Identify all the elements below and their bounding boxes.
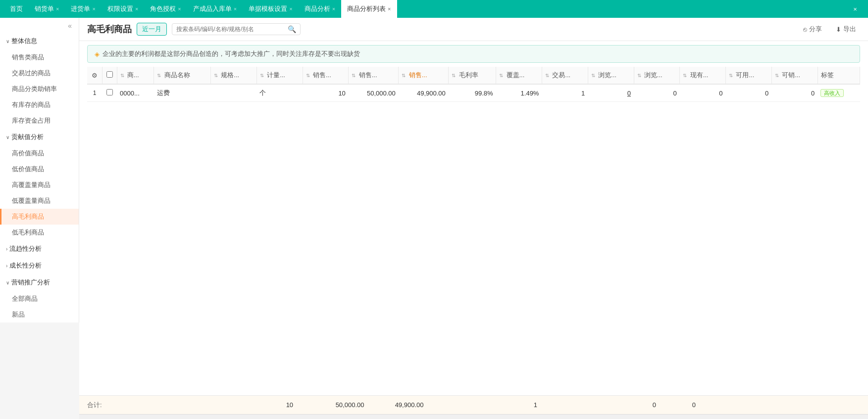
cell-check[interactable] <box>102 84 117 102</box>
col-header-check[interactable] <box>102 67 117 84</box>
sidebar-item-traded-goods[interactable]: 交易过的商品 <box>0 65 79 81</box>
export-icon: ⬇ <box>836 26 841 33</box>
sidebar-section-trend[interactable]: › 流趋性分析 <box>0 240 79 257</box>
footer-sale-amt: 50,000.00 <box>336 401 375 409</box>
content-area: 高毛利商品 近一月 🔍 ⎋ 分享 ⬇ 导出 ◈ 企业的主 <box>79 18 868 419</box>
nav-close-product-analysis[interactable]: × <box>332 6 335 12</box>
cell-trade-count: 1 <box>542 84 588 102</box>
sidebar-section-marketing-items: 全部商品 新品 <box>0 291 79 323</box>
share-button[interactable]: ⎋ 分享 <box>799 23 826 36</box>
cell-current-stock: 0 <box>680 84 726 102</box>
sidebar-section-overall-items: 销售类商品 交易过的商品 商品分类助销率 有库存的商品 库存资金占用 <box>0 49 79 129</box>
nav-close-sales-order[interactable]: × <box>56 6 59 12</box>
table-footer: 合计: 10 50,000.00 49,900.00 1 0 0 <box>79 395 868 414</box>
section-arrow-overall: ∨ <box>6 39 9 44</box>
data-table: ⚙ ⇅ 商... ⇅ 商品名称 <box>87 67 860 102</box>
cell-unit: 个 <box>256 84 303 102</box>
nav-sales-order[interactable]: 销货单 × <box>29 0 65 18</box>
sidebar-section-contribution-items: 高价值商品 低价值商品 高覆盖量商品 低覆盖量商品 高毛利商品 低毛利商品 <box>0 145 79 240</box>
sidebar-item-low-value[interactable]: 低价值商品 <box>0 161 79 177</box>
sidebar-collapse-button[interactable]: « <box>65 21 75 31</box>
footer-current-stock: 0 <box>653 401 672 409</box>
cell-browse-count: 0 <box>588 84 634 102</box>
nav-home[interactable]: 首页 <box>4 0 29 18</box>
section-arrow-trend: › <box>6 246 7 252</box>
sidebar-item-low-coverage[interactable]: 低覆盖量商品 <box>0 193 79 209</box>
cell-browse-rate: 0 <box>634 84 680 102</box>
sidebar-item-low-margin[interactable]: 低毛利商品 <box>0 225 79 240</box>
table-body: 1 0000... 运费 <box>87 84 860 102</box>
select-all-checkbox[interactable] <box>106 71 113 78</box>
sidebar-section-marketing[interactable]: ∨ 营销推广分析 <box>0 274 79 291</box>
footer-sale-qty: 10 <box>286 401 316 409</box>
sidebar-section-overall[interactable]: ∨ 整体信息 <box>0 33 79 49</box>
col-header-sale-qty: ⇅ 销售... <box>303 67 349 84</box>
col-header-settings[interactable]: ⚙ <box>87 67 102 84</box>
col-header-gross-rate: ⇅ 毛利率 <box>449 67 496 84</box>
nav-template-settings[interactable]: 单据模板设置 × <box>243 0 298 18</box>
nav-product-analysis-list[interactable]: 商品分析列表 × <box>341 0 397 18</box>
cell-sale-amt: 50,000.00 <box>349 84 399 102</box>
top-navigation: 首页 销货单 × 进货单 × 权限设置 × 角色授权 × 产成品入库单 × 单据… <box>0 0 868 18</box>
export-button[interactable]: ⬇ 导出 <box>832 23 860 36</box>
sidebar-item-in-stock-goods[interactable]: 有库存的商品 <box>0 97 79 113</box>
sidebar-wrapper: « ∨ 整体信息 销售类商品 交易过的商品 商品分类助销率 有库存的商品 库存资… <box>0 18 79 419</box>
content-header: 高毛利商品 近一月 🔍 ⎋ 分享 ⬇ 导出 <box>79 18 868 41</box>
col-header-sale-profit: ⇅ 销售... <box>399 67 449 84</box>
sidebar-section-growth[interactable]: › 成长性分析 <box>0 257 79 274</box>
cell-gross-rate: 99.8% <box>449 84 496 102</box>
window-close-button[interactable]: × <box>846 0 864 18</box>
footer-avail-stock: 0 <box>692 401 712 409</box>
nav-product-inbound[interactable]: 产成品入库单 × <box>187 0 243 18</box>
sidebar-item-stock-funds[interactable]: 库存资金占用 <box>0 113 79 129</box>
cell-num: 1 <box>87 84 102 102</box>
cell-coverage: 1.49% <box>496 84 542 102</box>
cell-code: 0000... <box>117 84 154 102</box>
col-header-tag: 标签 <box>817 67 860 84</box>
nav-close-product-inbound[interactable]: × <box>234 6 237 12</box>
sidebar-item-high-value[interactable]: 高价值商品 <box>0 145 79 161</box>
cell-sale-profit: 49,900.00 <box>399 84 449 102</box>
sidebar-section-contribution[interactable]: ∨ 贡献值分析 <box>0 129 79 145</box>
footer-sale-profit: 49,900.00 <box>395 401 435 409</box>
cell-sale-qty: 10 <box>303 84 349 102</box>
table-container[interactable]: ⚙ ⇅ 商... ⇅ 商品名称 <box>79 67 868 395</box>
nav-permission-settings[interactable]: 权限设置 × <box>102 0 144 18</box>
table-row: 1 0000... 运费 <box>87 84 860 102</box>
bottom-scrollbar[interactable] <box>79 414 868 419</box>
sidebar-item-category-rate[interactable]: 商品分类助销率 <box>0 81 79 97</box>
sidebar-item-all-goods[interactable]: 全部商品 <box>0 291 79 307</box>
nav-product-analysis[interactable]: 商品分析 × <box>299 0 341 18</box>
section-arrow-growth: › <box>6 263 7 269</box>
sidebar-item-high-coverage[interactable]: 高覆盖量商品 <box>0 177 79 193</box>
section-arrow-contribution: ∨ <box>6 135 9 140</box>
nav-close-product-analysis-list[interactable]: × <box>388 6 391 12</box>
col-header-avail-stock: ⇅ 可用... <box>726 67 772 84</box>
nav-close-purchase-order[interactable]: × <box>92 6 95 12</box>
search-input[interactable] <box>176 26 288 33</box>
cell-saleable-stock: 0 <box>771 84 817 102</box>
info-bar: ◈ 企业的主要的利润都是这部分商品创造的，可考虑加大推广，同时关注库存是不要出现… <box>87 45 860 63</box>
sidebar-item-high-margin[interactable]: 高毛利商品 <box>0 209 79 225</box>
sidebar-item-sales-goods[interactable]: 销售类商品 <box>0 49 79 65</box>
nav-close-permission-settings[interactable]: × <box>135 6 138 12</box>
col-header-saleable-stock: ⇅ 可销... <box>771 67 817 84</box>
nav-close-template-settings[interactable]: × <box>289 6 292 12</box>
cell-name: 运费 <box>154 84 211 102</box>
nav-role-auth[interactable]: 角色授权 × <box>144 0 187 18</box>
nav-purchase-order[interactable]: 进货单 × <box>65 0 101 18</box>
section-arrow-marketing: ∨ <box>6 280 9 285</box>
col-header-name: ⇅ 商品名称 <box>154 67 211 84</box>
header-actions: ⎋ 分享 ⬇ 导出 <box>799 23 860 36</box>
table-header-row: ⚙ ⇅ 商... ⇅ 商品名称 <box>87 67 860 84</box>
row-checkbox[interactable] <box>106 89 113 95</box>
search-icon[interactable]: 🔍 <box>288 25 296 33</box>
col-header-trade-count: ⇅ 交易... <box>542 67 588 84</box>
filter-recent-month-button[interactable]: 近一月 <box>137 23 167 36</box>
col-header-current-stock: ⇅ 现有... <box>680 67 726 84</box>
col-header-browse-count: ⇅ 浏览... <box>588 67 634 84</box>
info-icon: ◈ <box>95 50 100 58</box>
page-title: 高毛利商品 <box>87 23 132 35</box>
nav-close-role-auth[interactable]: × <box>178 6 181 12</box>
sidebar-item-new-goods[interactable]: 新品 <box>0 307 79 323</box>
